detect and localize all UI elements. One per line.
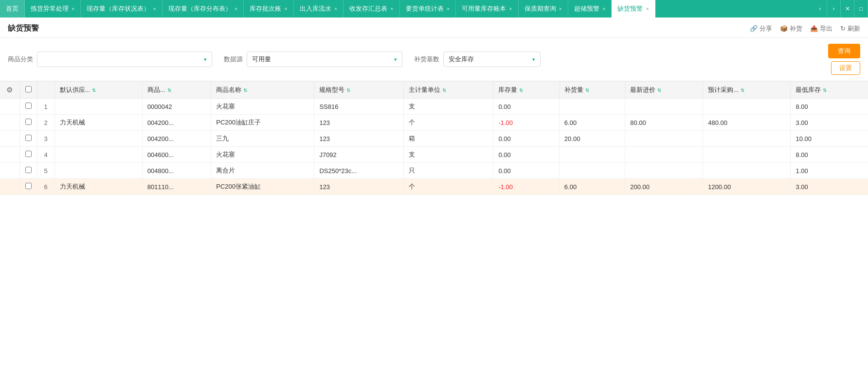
- replenish-qty-column-label: 补货量: [564, 86, 583, 94]
- tab-shortage-warning[interactable]: 缺货预警 ×: [612, 0, 655, 18]
- tab-close-shortage-warning[interactable]: ×: [646, 6, 649, 12]
- row-checkbox-5[interactable]: [25, 167, 32, 173]
- tab-label-exception: 拣货异常处理: [31, 4, 69, 13]
- cell-replenish_qty: 6.00: [559, 179, 625, 195]
- refresh-icon: ↻: [840, 25, 846, 32]
- row-checkbox-6[interactable]: [25, 183, 32, 189]
- tab-inventory-dist[interactable]: 现存量（库存分布表） ×: [163, 0, 244, 18]
- cell-replenish_qty: 20.00: [559, 131, 625, 147]
- page-header: 缺货预警 🔗 分享 📦 补货 📤 导出 ↻ 刷新: [0, 18, 868, 38]
- spec-column-header[interactable]: 规格型号 ⇅: [314, 82, 404, 99]
- cell-unit: 支: [404, 99, 493, 115]
- table-row: 3004200...三九123箱0.0020.0010.00: [0, 131, 868, 147]
- row-checkbox-3[interactable]: [25, 135, 32, 141]
- replenish-basis-label: 补货基数: [414, 55, 439, 64]
- select-all-checkbox[interactable]: [25, 86, 32, 92]
- cell-stock_qty: 0.00: [493, 147, 559, 163]
- tab-close-batch-account[interactable]: ×: [284, 6, 287, 12]
- header-actions: 🔗 分享 📦 补货 📤 导出 ↻ 刷新: [750, 24, 860, 33]
- goods-name-column-header[interactable]: 商品名称 ⇅: [211, 82, 314, 99]
- tab-close-overstock-warning[interactable]: ×: [602, 6, 605, 12]
- cell-replenish_qty: [559, 99, 625, 115]
- datasource-value: 可用量: [252, 55, 271, 64]
- goods-code-column-label: 商品...: [147, 86, 165, 94]
- row-number: 3: [37, 131, 54, 147]
- export-icon: 📤: [810, 25, 818, 32]
- tab-exception[interactable]: 拣货异常处理 ×: [25, 0, 81, 18]
- row-checkbox-4[interactable]: [25, 151, 32, 157]
- tab-label-order-stats: 要货单统计表: [406, 4, 444, 13]
- table-row: 2力天机械004200...PC200油缸庄子123个-1.006.0080.0…: [0, 115, 868, 131]
- row-checkbox-2[interactable]: [25, 119, 32, 125]
- datasource-label: 数据源: [224, 55, 243, 64]
- cell-default_supplier: 力天机械: [54, 179, 142, 195]
- tab-expiry-query[interactable]: 保质期查询 ×: [519, 0, 568, 18]
- tab-inout-flow[interactable]: 出入库流水 ×: [294, 0, 344, 18]
- cell-latest_price: 200.00: [625, 179, 703, 195]
- unit-column-header[interactable]: 主计量单位 ⇅: [404, 82, 493, 99]
- goods-code-column-header[interactable]: 商品... ⇅: [142, 82, 211, 99]
- cell-goods_name: 三九: [211, 131, 314, 147]
- cell-default_supplier: [54, 163, 142, 179]
- supplier-column-header[interactable]: 默认供应... ⇅: [54, 82, 142, 99]
- tab-inventory-status[interactable]: 现存量（库存状况表） ×: [81, 0, 162, 18]
- min-stock-column-header[interactable]: 最低库存 ⇅: [791, 82, 868, 99]
- cell-min_stock: 10.00: [791, 131, 868, 147]
- tab-close-inventory-status[interactable]: ×: [153, 6, 156, 12]
- gear-icon[interactable]: ⚙: [6, 86, 13, 94]
- spec-sort-icon: ⇅: [346, 88, 350, 93]
- cell-min_stock: 8.00: [791, 147, 868, 163]
- category-select[interactable]: ▾: [37, 52, 212, 67]
- tab-available-ledger[interactable]: 可用量库存账本 ×: [456, 0, 518, 18]
- row-checkbox-1[interactable]: [25, 103, 32, 109]
- row-gear-cell: [0, 147, 19, 163]
- row-checkbox-cell: [19, 179, 37, 195]
- cell-spec: J7092: [314, 147, 404, 163]
- category-arrow-icon: ▾: [204, 56, 207, 63]
- cell-unit: 箱: [404, 131, 493, 147]
- tab-close-inventory-dist[interactable]: ×: [235, 6, 237, 12]
- cell-unit: 支: [404, 147, 493, 163]
- replenish-basis-value: 安全库存: [449, 55, 474, 64]
- export-button[interactable]: 📤 导出: [810, 24, 832, 33]
- datasource-select[interactable]: 可用量 ▾: [247, 52, 402, 67]
- tab-close-expiry-query[interactable]: ×: [559, 6, 562, 12]
- scroll-right-button[interactable]: ›: [827, 0, 841, 18]
- scroll-left-button[interactable]: ‹: [814, 0, 827, 18]
- settings-button[interactable]: 设置: [831, 61, 860, 75]
- cell-est_purchase: [703, 147, 791, 163]
- stock-qty-column-header[interactable]: 库存量 ⇅: [493, 82, 559, 99]
- replenish-qty-column-header[interactable]: 补货量 ⇅: [559, 82, 625, 99]
- tab-close-receive-send[interactable]: ×: [390, 6, 393, 12]
- tab-close-inout-flow[interactable]: ×: [334, 6, 337, 12]
- cell-unit: 个: [404, 115, 493, 131]
- refresh-button[interactable]: ↻ 刷新: [840, 24, 860, 33]
- tab-home[interactable]: 首页: [0, 0, 25, 18]
- tab-overstock-warning[interactable]: 超储预警 ×: [568, 0, 612, 18]
- checkbox-column-header: [19, 82, 37, 99]
- maximize-button[interactable]: □: [854, 0, 868, 18]
- tab-batch-account[interactable]: 库存批次账 ×: [244, 0, 293, 18]
- datasource-filter-group: 数据源 可用量 ▾: [224, 52, 402, 67]
- tab-close-exception[interactable]: ×: [72, 6, 74, 12]
- est-purchase-column-header[interactable]: 预计采购... ⇅: [703, 82, 791, 99]
- chevron-left-icon: ‹: [819, 5, 821, 12]
- replenish-basis-select[interactable]: 安全库存 ▾: [443, 52, 541, 67]
- row-number: 6: [37, 179, 54, 195]
- close-window-button[interactable]: ✕: [841, 0, 854, 18]
- tab-order-stats[interactable]: 要货单统计表 ×: [400, 0, 456, 18]
- latest-price-column-header[interactable]: 最新进价 ⇅: [625, 82, 703, 99]
- tab-bar: 首页拣货异常处理 ×现存量（库存状况表） ×现存量（库存分布表） ×库存批次账 …: [0, 0, 868, 18]
- cell-goods_name: PC200油缸庄子: [211, 115, 314, 131]
- share-button[interactable]: 🔗 分享: [750, 24, 772, 33]
- tab-close-available-ledger[interactable]: ×: [509, 6, 512, 12]
- tab-receive-send[interactable]: 收发存汇总表 ×: [344, 0, 399, 18]
- cell-spec: 123: [314, 179, 404, 195]
- cell-goods_code: 0000042: [142, 99, 211, 115]
- tab-close-order-stats[interactable]: ×: [447, 6, 450, 12]
- query-button[interactable]: 查询: [828, 44, 860, 58]
- replenish-qty-sort-icon: ⇅: [585, 88, 589, 93]
- replenish-button[interactable]: 📦 补货: [780, 24, 802, 33]
- tab-label-receive-send: 收发存汇总表: [349, 4, 387, 13]
- unit-column-label: 主计量单位: [409, 86, 440, 94]
